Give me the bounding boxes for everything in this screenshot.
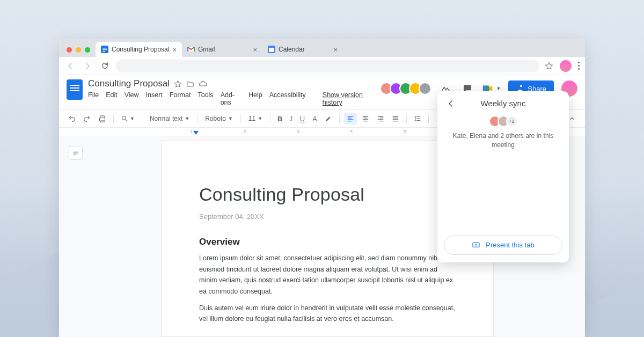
bold-button[interactable]: B <box>275 113 285 125</box>
browser-tabstrip: Consulting Proposal × Gmail × Calendar × <box>59 39 585 57</box>
nav-back-button[interactable] <box>64 60 76 72</box>
text-color-button[interactable]: A <box>310 113 320 125</box>
ruler-tick: 3 <box>297 129 299 134</box>
meeting-participants: +2 <box>444 115 562 127</box>
bookmark-star-icon[interactable] <box>545 62 553 70</box>
meeting-title: Weekly sync <box>481 99 526 108</box>
menu-insert[interactable]: Insert <box>146 91 163 106</box>
minimize-window-icon[interactable] <box>76 47 81 53</box>
highlight-color-button[interactable] <box>322 113 335 124</box>
font-family-dropdown[interactable]: Roboto▼ <box>202 113 236 124</box>
maximize-window-icon[interactable] <box>85 47 90 53</box>
tab-close-icon[interactable]: × <box>333 46 338 54</box>
align-center-button[interactable] <box>359 113 372 124</box>
ruler-tick: 4 <box>350 129 353 134</box>
undo-button[interactable] <box>65 113 78 124</box>
menu-addons[interactable]: Add-ons <box>221 91 241 106</box>
close-window-icon[interactable] <box>67 47 72 53</box>
underline-button[interactable]: U <box>297 113 308 125</box>
ruler-tick: 2 <box>244 129 246 134</box>
doc-paragraph: Lorem ipsum dolor sit amet, consectetuer… <box>199 253 456 297</box>
menu-file[interactable]: File <box>88 91 99 106</box>
collaborator-avatars[interactable] <box>380 82 431 95</box>
star-icon[interactable] <box>174 80 182 88</box>
meeting-subtitle: Kate, Elena and 2 others are in this mee… <box>444 131 562 150</box>
participant-more-badge: +2 <box>506 115 518 127</box>
show-version-history-link[interactable]: Show version history <box>323 91 375 106</box>
document-title[interactable]: Consulting Proposal <box>88 78 170 89</box>
docs-app-icon[interactable] <box>67 79 83 100</box>
align-left-button[interactable] <box>344 113 357 124</box>
line-spacing-button[interactable] <box>411 113 424 124</box>
browser-tab-calendar[interactable]: Calendar × <box>262 42 343 57</box>
move-folder-icon[interactable] <box>186 80 194 88</box>
menu-view[interactable]: View <box>125 91 139 106</box>
doc-heading: Consulting Proposal <box>199 184 456 205</box>
tab-close-icon[interactable]: × <box>253 46 257 54</box>
present-tab-button[interactable]: Present this tab <box>444 236 562 255</box>
indent-marker-icon[interactable] <box>193 131 199 135</box>
menu-edit[interactable]: Edit <box>106 91 118 106</box>
omnibox[interactable] <box>116 60 539 72</box>
zoom-dropdown[interactable]: ▼ <box>118 113 137 124</box>
align-justify-button[interactable] <box>389 113 402 124</box>
ruler-tick: 1 <box>191 129 193 134</box>
tab-label: Calendar <box>279 46 305 53</box>
menu-format[interactable]: Format <box>170 91 191 106</box>
doc-paragraph: Duis autem vel eum iriure dolor in hendr… <box>199 303 456 325</box>
ruler-tick: 5 <box>404 129 406 134</box>
menu-help[interactable]: Help <box>248 91 262 106</box>
menu-accessibility[interactable]: Accessibility <box>269 91 306 106</box>
italic-button[interactable]: I <box>288 112 295 125</box>
browser-menu-button[interactable] <box>578 62 580 70</box>
redo-button[interactable] <box>80 113 93 124</box>
calendar-favicon-icon <box>268 46 275 53</box>
tab-label: Consulting Proposal <box>112 46 169 53</box>
align-right-button[interactable] <box>374 113 387 124</box>
svg-rect-1 <box>103 48 107 48</box>
browser-tab-gmail[interactable]: Gmail × <box>182 42 262 57</box>
chevron-down-icon: ▼ <box>496 86 501 91</box>
browser-tab-docs[interactable]: Consulting Proposal × <box>96 42 182 57</box>
docs-menubar: File Edit View Insert Format Tools Add-o… <box>88 91 375 106</box>
font-size-dropdown[interactable]: 11▼ <box>245 113 266 124</box>
tab-close-icon[interactable]: × <box>172 46 177 54</box>
nav-reload-button[interactable] <box>99 60 111 72</box>
doc-section-overview: Overview <box>199 237 456 247</box>
browser-toolbar <box>59 57 585 75</box>
svg-point-9 <box>122 116 126 120</box>
print-button[interactable] <box>96 113 109 125</box>
menu-tools[interactable]: Tools <box>197 91 213 106</box>
meet-popover: Weekly sync +2 Kate, Elena and 2 others … <box>437 91 569 262</box>
window-controls[interactable] <box>63 47 96 57</box>
browser-profile-avatar[interactable] <box>560 60 572 72</box>
document-outline-button[interactable] <box>69 146 83 160</box>
cloud-status-icon[interactable] <box>199 79 207 88</box>
tab-label: Gmail <box>198 46 215 53</box>
paragraph-style-dropdown[interactable]: Normal text▼ <box>147 113 193 124</box>
collaborator-avatar[interactable] <box>419 82 431 95</box>
gmail-favicon-icon <box>187 46 195 53</box>
doc-date: September 04, 20XX <box>199 213 456 221</box>
svg-rect-5 <box>269 48 274 52</box>
svg-rect-3 <box>103 51 105 52</box>
present-tab-label: Present this tab <box>486 241 534 249</box>
svg-rect-2 <box>103 49 107 50</box>
nav-forward-button[interactable] <box>82 60 93 72</box>
docs-favicon-icon <box>101 46 108 53</box>
popover-back-button[interactable] <box>446 99 456 108</box>
